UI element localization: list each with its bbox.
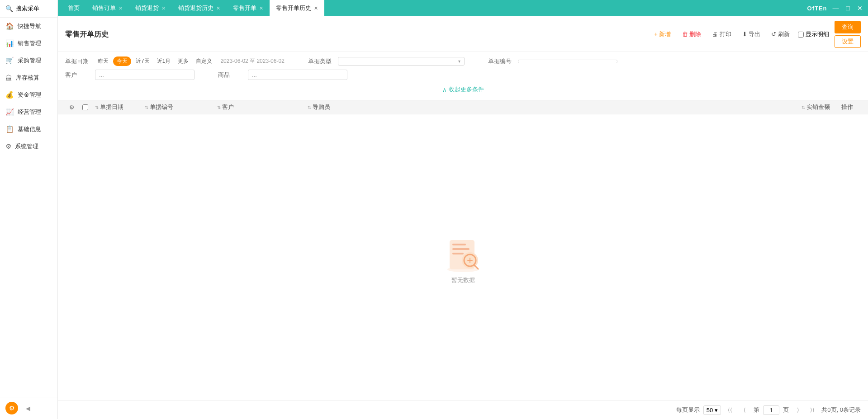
col-head-op: 操作 bbox=[834, 103, 861, 111]
tab-retail-open-hist-close[interactable]: ✕ bbox=[314, 5, 318, 11]
next-page-button[interactable]: ⟩ bbox=[792, 405, 803, 415]
add-button[interactable]: + 新增 bbox=[651, 28, 674, 40]
date-btn-more[interactable]: 更多 bbox=[175, 56, 191, 66]
building-icon: 🏛 bbox=[5, 74, 12, 82]
sort-guide-icon[interactable]: ⇅ bbox=[308, 105, 311, 110]
tab-sales-return-label: 销货退货 bbox=[135, 4, 159, 12]
display-detail-label: 显示明细 bbox=[806, 30, 829, 38]
refresh-button[interactable]: ↺ 刷新 bbox=[768, 28, 792, 40]
tab-retail-open-hist[interactable]: 零售开单历史 ✕ bbox=[270, 0, 324, 16]
table-area: ⚙ ⇅ 单据日期 ⇅ 单据编号 ⇅ 客户 ⇅ bbox=[58, 100, 868, 400]
export-button[interactable]: ⬇ 导出 bbox=[740, 28, 764, 40]
sidebar-item-label: 资金管理 bbox=[18, 91, 41, 99]
prev-page-button[interactable]: ⟨ bbox=[739, 405, 750, 415]
tab-retail-open-close[interactable]: ✕ bbox=[259, 5, 263, 11]
goods-filter-input[interactable]: ... bbox=[248, 70, 347, 80]
sidebar-item-sales-mgmt[interactable]: 📊 销售管理 bbox=[0, 35, 57, 52]
query-button[interactable]: 查询 bbox=[835, 21, 861, 33]
type-filter-select[interactable]: ▾ bbox=[338, 57, 465, 66]
date-filter-label: 单据日期 bbox=[65, 57, 90, 66]
tab-sales-order-close[interactable]: ✕ bbox=[119, 5, 123, 11]
topbar: 首页 销售订单 ✕ 销货退货 ✕ 销货退货历史 ✕ 零售开单 ✕ 零售开单历史 … bbox=[58, 0, 868, 16]
tab-sales-return-close[interactable]: ✕ bbox=[161, 5, 166, 11]
col-head-amount: ⇅ 实销金额 bbox=[788, 103, 834, 111]
customer-filter-label: 客户 bbox=[65, 71, 90, 79]
sidebar-item-quick-nav[interactable]: 🏠 快捷导航 bbox=[0, 18, 57, 35]
tab-retail-open-label: 零售开单 bbox=[233, 4, 256, 12]
collapse-icon: ∧ bbox=[442, 86, 447, 93]
tab-retail-open[interactable]: 零售开单 ✕ bbox=[227, 0, 270, 16]
minimize-button[interactable]: — bbox=[831, 5, 841, 12]
col-date-label: 单据日期 bbox=[100, 103, 123, 111]
filter-row-2: 客户 ... 商品 ... bbox=[65, 70, 861, 80]
pagination: 每页显示 50 ▾ ⟨⟨ ⟨ 第 页 ⟩ ⟩⟩ 共0页, 0条记录 bbox=[58, 400, 868, 419]
print-button[interactable]: 🖨 打印 bbox=[709, 28, 734, 40]
sidebar-item-purchase-mgmt[interactable]: 🛒 采购管理 bbox=[0, 52, 57, 69]
num-filter-label: 单据编号 bbox=[488, 57, 512, 66]
col-guide-label: 导购员 bbox=[313, 103, 330, 111]
sort-num-icon[interactable]: ⇅ bbox=[145, 105, 148, 110]
num-filter-input[interactable] bbox=[518, 60, 617, 63]
col-head-customer: ⇅ 客户 bbox=[213, 103, 304, 111]
page-header: 零售开单历史 + 新增 🗑 删除 🖨 打印 ⬇ 导出 ↺ 刷新 显示明细 查询 … bbox=[58, 16, 868, 52]
display-detail-checkbox-label: 显示明细 bbox=[798, 30, 829, 38]
column-settings-button[interactable]: ⚙ bbox=[65, 104, 79, 111]
delete-button[interactable]: 🗑 删除 bbox=[679, 28, 704, 40]
page-number-input[interactable] bbox=[763, 405, 779, 415]
svg-rect-3 bbox=[452, 248, 470, 250]
table-header: ⚙ ⇅ 单据日期 ⇅ 单据编号 ⇅ 客户 ⇅ bbox=[58, 100, 868, 114]
first-page-button[interactable]: ⟨⟨ bbox=[725, 405, 735, 415]
sidebar-item-operations[interactable]: 📈 经营管理 bbox=[0, 104, 57, 121]
date-btn-yesterday[interactable]: 昨天 bbox=[95, 56, 111, 66]
ops-icon: 📈 bbox=[5, 108, 14, 116]
date-btn-1month[interactable]: 近1月 bbox=[154, 56, 174, 66]
customer-filter-input[interactable]: ... bbox=[95, 70, 194, 80]
toolbar: + 新增 🗑 删除 🖨 打印 ⬇ 导出 ↺ 刷新 显示明细 查询 设置 bbox=[651, 21, 861, 48]
tab-home[interactable]: 首页 bbox=[62, 0, 86, 16]
col-head-num: ⇅ 单据编号 bbox=[141, 103, 213, 111]
settings-button[interactable]: ⚙ bbox=[5, 402, 18, 414]
setting-button[interactable]: 设置 bbox=[835, 35, 861, 48]
sidebar-item-label: 基础信息 bbox=[18, 125, 41, 133]
sidebar-item-basic-info[interactable]: 📋 基础信息 bbox=[0, 121, 57, 138]
collapse-sidebar-button[interactable]: ◀ bbox=[22, 402, 34, 414]
tab-sales-return-hist[interactable]: 销货退货历史 ✕ bbox=[172, 0, 227, 16]
svg-rect-2 bbox=[452, 244, 466, 245]
tab-sales-return-hist-close[interactable]: ✕ bbox=[216, 5, 220, 11]
sidebar: 🔍 搜索采单 🏠 快捷导航 📊 销售管理 🛒 采购管理 🏛 库存核算 💰 资金管… bbox=[0, 0, 58, 419]
select-all-checkbox[interactable] bbox=[82, 104, 88, 110]
sort-customer-icon[interactable]: ⇅ bbox=[217, 105, 221, 110]
svg-rect-4 bbox=[452, 253, 464, 254]
sidebar-item-sys-mgmt[interactable]: ⚙ 系统管理 bbox=[0, 138, 57, 155]
date-filter-buttons: 昨天 今天 近7天 近1月 更多 自定义 bbox=[95, 56, 215, 66]
close-window-button[interactable]: ✕ bbox=[855, 5, 864, 12]
collapse-filter-button[interactable]: ∧ 收起更多条件 bbox=[65, 84, 861, 95]
sidebar-search-label: 搜索采单 bbox=[16, 5, 39, 13]
col-amount-label: 实销金额 bbox=[806, 103, 830, 111]
col-settings-icon: ⚙ bbox=[69, 104, 75, 111]
goods-filter-placeholder: ... bbox=[252, 71, 257, 78]
last-page-button[interactable]: ⟩⟩ bbox=[807, 405, 818, 415]
tab-sales-return[interactable]: 销货退货 ✕ bbox=[129, 0, 172, 16]
date-btn-today[interactable]: 今天 bbox=[113, 56, 131, 66]
date-btn-7days[interactable]: 近7天 bbox=[133, 56, 152, 66]
sidebar-item-inventory[interactable]: 🏛 库存核算 bbox=[0, 69, 57, 86]
money-icon: 💰 bbox=[5, 91, 14, 99]
maximize-button[interactable]: □ bbox=[844, 5, 852, 12]
cart-icon: 🛒 bbox=[5, 56, 14, 65]
per-page-select[interactable]: 50 ▾ bbox=[703, 405, 721, 415]
sidebar-item-label: 经营管理 bbox=[18, 108, 41, 116]
sidebar-item-label: 系统管理 bbox=[15, 142, 38, 151]
sidebar-search[interactable]: 🔍 搜索采单 bbox=[0, 0, 57, 18]
sort-date-icon[interactable]: ⇅ bbox=[95, 105, 99, 110]
sidebar-item-finance[interactable]: 💰 资金管理 bbox=[0, 86, 57, 104]
filter-row-1: 单据日期 昨天 今天 近7天 近1月 更多 自定义 2023-06-02 至 2… bbox=[65, 56, 861, 66]
tab-sales-order-label: 销售订单 bbox=[92, 4, 116, 12]
col-op-label: 操作 bbox=[841, 103, 853, 111]
sort-amount-icon[interactable]: ⇅ bbox=[802, 105, 805, 110]
tab-sales-order[interactable]: 销售订单 ✕ bbox=[86, 0, 129, 16]
page-suffix-label: 页 bbox=[783, 406, 789, 414]
display-detail-checkbox[interactable] bbox=[798, 32, 804, 38]
date-btn-custom[interactable]: 自定义 bbox=[193, 56, 215, 66]
date-range-text: 2023-06-02 至 2023-06-02 bbox=[220, 57, 284, 65]
